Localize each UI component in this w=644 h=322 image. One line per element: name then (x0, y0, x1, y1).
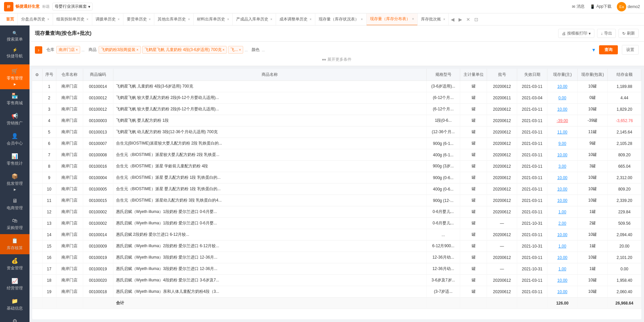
sidebar-item-member[interactable]: 👤 会员中心 (0, 129, 30, 150)
goods-tag-2[interactable]: 飞鹤星飞帆 儿童奶粉 4段(3-6岁适用) 700克 × (142, 46, 227, 54)
cell-stock-main[interactable]: 10.00 (547, 275, 578, 286)
cell-expire: 2021-03-11 (517, 252, 547, 263)
tab-现存量状况[interactable]: 现存量（库存状况表） × (315, 13, 367, 25)
tab-close-icon[interactable]: × (118, 17, 120, 21)
tab-close-icon[interactable]: × (149, 17, 151, 21)
tab-close-icon[interactable]: × (412, 17, 414, 21)
goods-tag-3[interactable]: 飞... × (228, 46, 243, 54)
template-print-button[interactable]: 🖨 按模板打印 ▾ (558, 29, 594, 38)
tab-prev-arrow[interactable]: ◀ (449, 13, 457, 25)
tag-close-icon[interactable]: × (239, 48, 241, 52)
cell-num: 17 (42, 263, 56, 275)
sidebar-item-inventory[interactable]: 📋 库存核算 (0, 234, 30, 254)
cell-stock-main[interactable]: 1.00 (547, 240, 578, 252)
cell-stock-main[interactable]: 2.00 (547, 218, 578, 229)
warehouse-more-button[interactable]: ... (82, 48, 85, 52)
sidebar-item-finance[interactable]: 💰 资金管理 (0, 254, 30, 274)
sidebar-item-retail-mall[interactable]: 🏪 零售商城 (0, 89, 30, 109)
query-button[interactable]: 查询 (599, 45, 618, 54)
sidebar-item-purchase[interactable]: 🛍 采购管理 (0, 214, 30, 234)
tab-close-icon[interactable]: × (188, 17, 190, 21)
expand-more-filters[interactable]: ▾▾ 展开更多条件 (35, 57, 639, 62)
cell-settings (32, 206, 42, 218)
tab-bar: 首页 分盘点单历史 × 组装拆卸单历史 × 调拨单历史 × 要货单历史 × 其他… (0, 13, 644, 25)
cell-stock-main[interactable]: 10.00 (547, 183, 578, 195)
cell-unit: 罐 (460, 149, 487, 161)
filter-expand-button[interactable]: › (35, 46, 42, 54)
tab-组装拆卸[interactable]: 组装拆卸单历史 × (53, 13, 92, 25)
settings-button[interactable]: 设置 (622, 45, 639, 55)
cell-settings (32, 218, 42, 229)
cell-stock-main[interactable]: 3.00 (547, 161, 578, 172)
cell-stock-main[interactable]: 9.00 (547, 138, 578, 149)
color-more-button[interactable]: ... (262, 48, 265, 52)
sidebar-item-system[interactable]: ⚙ 系统管理 (0, 315, 30, 322)
cell-unit: 罐 (460, 115, 487, 126)
cell-unit: 罐 (460, 286, 487, 298)
tag-close-icon[interactable]: × (223, 48, 225, 52)
user-avatar-area[interactable]: Ea demo2 (617, 2, 640, 11)
app-download-button[interactable]: 📱 App下载 (590, 4, 611, 9)
sidebar-item-ecommerce[interactable]: 🖥 电商管理 (0, 195, 30, 214)
sidebar-item-marketing[interactable]: 📢 营销推广 (0, 109, 30, 129)
tab-close-icon[interactable]: × (443, 17, 445, 21)
tab-其他出库[interactable]: 其他出库单历史 × (154, 13, 194, 25)
col-header-settings[interactable]: ⚙ (32, 69, 42, 81)
cell-code: 00100019 (83, 263, 113, 275)
tab-close-icon[interactable]: × (87, 17, 89, 21)
sidebar-item-retail-stats[interactable]: 📊 零售统计 (0, 150, 30, 170)
sidebar-item-wholesale[interactable]: 📦 批发管理 ▶ (0, 170, 30, 195)
tab-现存量分布[interactable]: 现存量（库存分布表） × (367, 13, 418, 25)
sidebar-quicknav[interactable]: ⚡ 快捷导航 (0, 45, 30, 62)
cell-name: 惠氏启赋 2段奶粉 爱尔兰进口 6-12月较... (113, 229, 427, 240)
tab-close-all-icon[interactable]: ✕ (464, 13, 472, 25)
tab-close-icon[interactable]: × (310, 17, 312, 21)
sidebar-search[interactable]: 🔍 搜索菜单 (0, 28, 30, 45)
company-select[interactable]: 母婴行业演示账套 ▾ (52, 3, 93, 10)
tab-next-arrow[interactable]: ▶ (457, 13, 464, 25)
tab-分盘点[interactable]: 分盘点单历史 × (18, 13, 53, 25)
goods-more-button[interactable]: ... (245, 48, 248, 52)
sidebar-item-zero-retail[interactable]: 🛒 零售管理 ▶ (0, 64, 30, 89)
tab-要货单[interactable]: 要货单历史 × (123, 13, 155, 25)
cell-stock-main[interactable]: 1.00 (547, 263, 578, 275)
export-button[interactable]: ↓ 导出 (597, 29, 616, 38)
cell-stock-main[interactable]: 0.00 (547, 92, 578, 104)
tab-材料出库[interactable]: 材料出库单历史 × (194, 13, 233, 25)
cell-stock-main[interactable]: 10.00 (547, 286, 578, 298)
cell-num: 5 (42, 126, 56, 138)
cell-stock-main[interactable]: 11.00 (547, 126, 578, 138)
tab-产成品[interactable]: 产成品入库单历史 × (233, 13, 276, 25)
goods-tag-1[interactable]: 飞鹤奶粉3段两提装 × (99, 46, 141, 54)
tab-close-icon[interactable]: × (47, 17, 49, 21)
refresh-button[interactable]: ↻ 刷新 (619, 29, 639, 38)
dropdown-chevron-icon[interactable]: ▾ (592, 47, 595, 53)
tab-成本调整[interactable]: 成本调整单历史 × (276, 13, 315, 25)
tab-home[interactable]: 首页 (3, 13, 18, 25)
tag-close-icon[interactable]: × (137, 48, 139, 52)
cell-stock-main[interactable]: 10.00 (547, 172, 578, 183)
message-button[interactable]: ✉ 消息 (572, 4, 585, 9)
tab-close-icon[interactable]: × (227, 17, 229, 21)
tab-调拨单[interactable]: 调拨单历史 × (92, 13, 123, 25)
cell-stock-main[interactable]: 10.00 (547, 81, 578, 92)
cell-unit: 罐 (460, 81, 487, 92)
sidebar-item-operation[interactable]: 📈 经营管理 (0, 274, 30, 294)
tab-maximize-icon[interactable]: ⊡ (472, 13, 480, 25)
cell-stock-main[interactable]: 10.00 (547, 252, 578, 263)
cell-batch: 20200612 (487, 252, 517, 263)
cell-stock-main[interactable]: -39.00 (547, 115, 578, 126)
tab-close-icon[interactable]: × (361, 17, 363, 21)
cell-spec: 400g (0-6... (427, 183, 460, 195)
cell-stock-main[interactable]: 10.00 (547, 229, 578, 240)
warehouse-tag-南岸门店[interactable]: 南岸门店 × (56, 46, 80, 54)
cell-settings (32, 126, 42, 138)
sidebar-item-basic[interactable]: 📁 基础信息 (0, 294, 30, 315)
cell-stock-main[interactable]: 10.00 (547, 149, 578, 161)
cell-stock-main[interactable]: 10.00 (547, 195, 578, 206)
cell-stock-main[interactable]: 10.00 (547, 104, 578, 115)
cell-stock-main[interactable]: 1.00 (547, 206, 578, 218)
tag-close-icon[interactable]: × (76, 48, 78, 52)
tab-close-icon[interactable]: × (270, 17, 272, 21)
tab-库存批次账[interactable]: 库存批次账 × (418, 13, 449, 25)
